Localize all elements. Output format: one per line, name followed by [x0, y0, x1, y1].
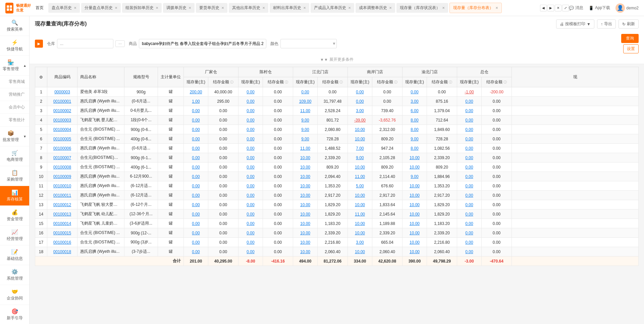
cell-code[interactable]: 00100006: [47, 144, 77, 153]
cell-yubei-qty[interactable]: 10.00: [402, 210, 427, 219]
tab-tiaopo[interactable]: 调拨单历史 ✕: [163, 3, 195, 13]
cell-chencun-qty[interactable]: 0.00: [238, 87, 263, 97]
cell-jiangbei-qty[interactable]: 109.00: [293, 97, 318, 106]
cell-yubei-qty[interactable]: 6.00: [402, 106, 427, 115]
sidebar-item-manage[interactable]: 📈 经营管理: [0, 226, 29, 245]
cell-chencun-qty[interactable]: 0.00: [238, 125, 263, 134]
close-icon[interactable]: ✕: [262, 6, 265, 10]
cell-chencun-qty[interactable]: 0.00: [238, 238, 263, 247]
close-icon[interactable]: ✕: [74, 6, 76, 10]
tab-xiancunliang-dist[interactable]: 现存量（库存分布表） ✕: [449, 3, 502, 13]
cell-chencun-qty[interactable]: 0.00: [238, 247, 263, 257]
close-icon[interactable]: ✕: [189, 6, 191, 10]
sidebar-item-wholesale[interactable]: 📦 批发管理 ▼: [0, 127, 29, 146]
cell-nanan-qty[interactable]: 10.00: [348, 228, 372, 238]
sidebar-item-inventory[interactable]: 📊 库存核算: [0, 186, 29, 206]
nav-prev-btn[interactable]: ◀: [540, 5, 547, 11]
cell-nanan-qty[interactable]: 10.00: [348, 200, 372, 210]
cell-code[interactable]: 00100011: [47, 191, 77, 200]
cell-jiangbei-qty[interactable]: 11.00: [293, 144, 318, 153]
cell-jiangbei-qty[interactable]: 10.00: [293, 247, 318, 257]
cell-nanan-qty[interactable]: 10.00: [348, 219, 372, 228]
sidebar-item-mall[interactable]: 零售商城: [0, 76, 29, 88]
cell-chencun-qty[interactable]: 0.00: [238, 144, 263, 153]
cell-yubei-qty[interactable]: 10.00: [402, 200, 427, 210]
info-icon[interactable]: ⓘ: [503, 80, 507, 84]
cell-code[interactable]: 00100015: [47, 228, 77, 238]
cell-changjiacao-qty[interactable]: 0.00: [184, 172, 208, 181]
cell-code[interactable]: 00100012: [47, 200, 77, 210]
close-icon[interactable]: ✕: [389, 6, 392, 10]
cell-code[interactable]: 00100003: [47, 115, 77, 125]
info-icon[interactable]: ⓘ: [339, 80, 343, 84]
info-icon[interactable]: ⓘ: [230, 80, 233, 84]
cell-changjiacao-qty[interactable]: 0.00: [184, 181, 208, 191]
cell-yubei-qty[interactable]: 8.00: [402, 144, 427, 153]
cell-chencun-qty[interactable]: 0.00: [238, 153, 263, 163]
cell-nanan-qty[interactable]: 5.00: [348, 181, 372, 191]
cell-jiangbei-qty[interactable]: 10.00: [293, 163, 318, 172]
cell-code[interactable]: 00100002: [47, 106, 77, 115]
close-icon[interactable]: ✕: [221, 6, 224, 10]
color-input[interactable]: [280, 39, 337, 48]
cell-nanan-qty[interactable]: 11.00: [348, 172, 372, 181]
cell-total-qty[interactable]: 0.00: [457, 200, 482, 210]
gear-icon[interactable]: ⚙: [39, 75, 43, 80]
cell-chencun-qty[interactable]: 0.00: [238, 191, 263, 200]
cell-total-qty[interactable]: 0.00: [457, 115, 482, 125]
close-icon[interactable]: ✕: [442, 6, 445, 10]
cell-jiangbei-qty[interactable]: 10.00: [293, 172, 318, 181]
info-icon[interactable]: ⓘ: [394, 80, 397, 84]
cell-total-qty[interactable]: 0.00: [457, 191, 482, 200]
cell-code[interactable]: 0000003: [47, 87, 77, 97]
cell-chencun-qty[interactable]: 0.00: [238, 134, 263, 144]
close-icon[interactable]: ✕: [115, 6, 117, 10]
warehouse-dots-btn[interactable]: ···: [115, 40, 125, 47]
tab-qitachuku[interactable]: 其他出库单历史 ✕: [229, 3, 268, 13]
cell-changjiacao-qty[interactable]: 0.00: [184, 219, 208, 228]
cell-yubei-qty[interactable]: 10.00: [402, 181, 427, 191]
expand-more-row[interactable]: ▼▼ 展开更多条件: [35, 55, 639, 64]
cell-yubei-qty[interactable]: 8.00: [402, 115, 427, 125]
tab-pandian[interactable]: 盘点单历史 ✕: [48, 3, 80, 13]
cell-total-qty[interactable]: 0.00: [457, 181, 482, 191]
cell-total-qty[interactable]: 0.00: [457, 97, 482, 106]
cell-code[interactable]: 00100010: [47, 181, 77, 191]
cell-chencun-qty[interactable]: 0.00: [238, 219, 263, 228]
cell-yubei-qty[interactable]: 3.00: [402, 97, 427, 106]
cell-total-qty[interactable]: 0.00: [457, 163, 482, 172]
cell-yubei-qty[interactable]: 10.00: [402, 247, 427, 257]
cell-jiangbei-qty[interactable]: 10.00: [293, 210, 318, 219]
info-icon[interactable]: ⓘ: [449, 80, 452, 84]
cell-changjiacao-qty[interactable]: 0.00: [184, 125, 208, 134]
cell-changjiacao-qty[interactable]: 0.00: [184, 153, 208, 163]
sidebar-item-search[interactable]: 🔍 搜索英单: [0, 16, 29, 36]
cell-chencun-qty[interactable]: 0.00: [238, 172, 263, 181]
cell-yubei-qty[interactable]: 10.00: [402, 153, 427, 163]
cell-code[interactable]: 00100007: [47, 153, 77, 163]
cell-changjiacao-qty[interactable]: 0.00: [184, 144, 208, 153]
info-icon[interactable]: ⓘ: [285, 80, 288, 84]
close-icon[interactable]: ✕: [348, 6, 351, 10]
cell-nanan-qty[interactable]: 0.00: [348, 97, 372, 106]
cell-yubei-qty[interactable]: 10.00: [402, 191, 427, 200]
cell-total-qty[interactable]: 0.00: [457, 106, 482, 115]
tab-chengben[interactable]: 成本调整单历史 ✕: [356, 3, 395, 13]
cell-jiangbei-qty[interactable]: 10.00: [293, 228, 318, 238]
cell-chencun-qty[interactable]: 0.00: [238, 210, 263, 219]
cell-total-qty[interactable]: 0.00: [457, 153, 482, 163]
sidebar-item-marketing[interactable]: 营销推广: [0, 88, 29, 101]
message-action[interactable]: 💬 消息: [569, 5, 583, 11]
sidebar-item-member[interactable]: 会员中心: [0, 101, 29, 114]
cell-total-qty[interactable]: 0.00: [457, 238, 482, 247]
setting-button[interactable]: 设置: [623, 44, 639, 53]
cell-nanan-qty[interactable]: 3.00: [348, 106, 372, 115]
cell-changjiacao-qty[interactable]: 0.00: [184, 247, 208, 257]
cell-code[interactable]: 00100005: [47, 134, 77, 144]
sidebar-item-retail[interactable]: 🏪 零售管理 ▲: [0, 56, 29, 76]
cell-chencun-qty[interactable]: 0.00: [238, 163, 263, 172]
print-button[interactable]: 🖨 按模板打印 ▼: [556, 19, 594, 29]
close-icon[interactable]: ✕: [156, 6, 158, 10]
cell-changjiacao-qty[interactable]: 0.00: [184, 106, 208, 115]
close-icon[interactable]: ✕: [303, 6, 306, 10]
